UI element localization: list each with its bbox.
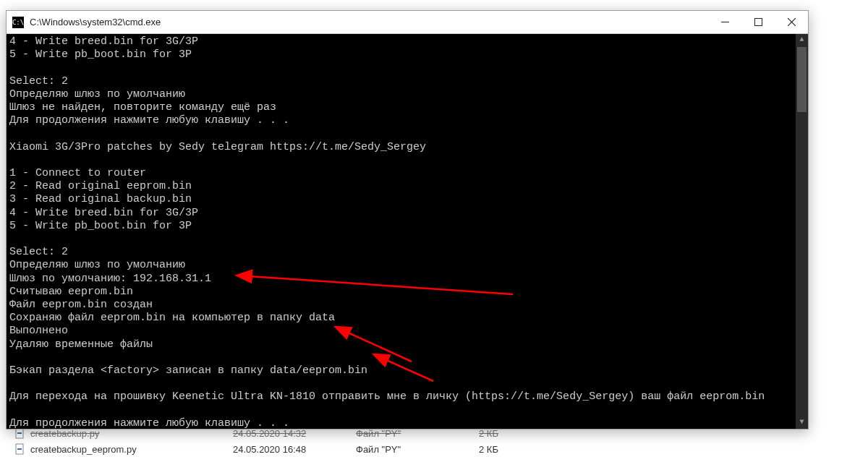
svg-rect-3 <box>17 448 22 450</box>
scroll-up-icon[interactable]: ▲ <box>796 34 808 46</box>
svg-line-10 <box>346 332 412 362</box>
terminal-output[interactable]: 4 - Write breed.bin for 3G/3P 5 - Write … <box>7 34 808 429</box>
svg-line-9 <box>249 276 513 294</box>
terminal-text: 4 - Write breed.bin for 3G/3P 5 - Write … <box>9 35 765 429</box>
vertical-scrollbar[interactable]: ▲ ▼ <box>796 34 808 429</box>
python-file-icon <box>14 443 26 455</box>
minimize-button[interactable] <box>708 11 741 33</box>
table-row[interactable]: createbackup_eeprom.py 24.05.2020 16:48 … <box>7 441 861 457</box>
svg-rect-5 <box>754 19 762 26</box>
file-name: createbackup_eeprom.py <box>30 444 233 455</box>
window-title: C:\Windows\system32\cmd.exe <box>30 17 708 27</box>
close-button[interactable] <box>775 11 808 33</box>
titlebar[interactable]: C:\ C:\Windows\system32\cmd.exe <box>7 11 808 34</box>
cmd-window: C:\ C:\Windows\system32\cmd.exe 4 - Writ… <box>6 10 809 430</box>
window-controls <box>708 11 808 33</box>
cmd-icon: C:\ <box>12 17 24 28</box>
maximize-button[interactable] <box>741 11 775 33</box>
svg-rect-1 <box>17 432 22 434</box>
file-date: 24.05.2020 16:48 <box>233 444 356 455</box>
explorer-file-list: createbackup.py 24.05.2020 14:32 Файл "P… <box>7 425 861 457</box>
file-size: 2 КБ <box>479 444 537 455</box>
scroll-thumb[interactable] <box>797 47 807 112</box>
file-type: Файл "PY" <box>356 444 479 455</box>
svg-line-11 <box>385 359 433 381</box>
scroll-down-icon[interactable]: ▼ <box>796 417 808 429</box>
